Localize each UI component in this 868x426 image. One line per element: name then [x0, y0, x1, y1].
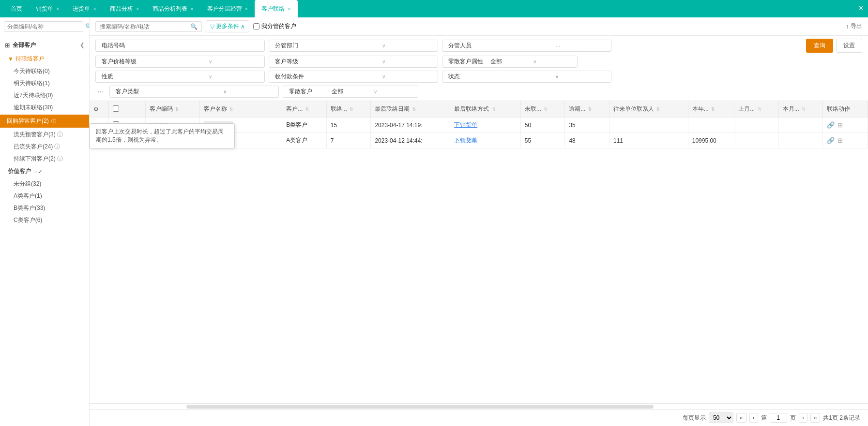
- filter-status[interactable]: 状态 ∨: [442, 71, 611, 83]
- nav-product-list-close[interactable]: ×: [190, 6, 193, 12]
- last-month-sort-icon: ⇅: [758, 107, 761, 112]
- prev-page-btn[interactable]: ‹: [749, 413, 758, 423]
- nav-sales-close[interactable]: ×: [56, 6, 59, 12]
- filter-payment[interactable]: 收付款条件 ∨: [269, 71, 438, 83]
- row1-link-icon[interactable]: 🔗: [827, 121, 835, 129]
- sidebar-section-pending[interactable]: ▼ 待联络客户: [0, 52, 89, 65]
- contacts-sort-icon: ⇅: [656, 107, 660, 112]
- next-page-btn[interactable]: ›: [799, 413, 807, 423]
- sidebar-item-c-class[interactable]: C类客户(6): [0, 214, 89, 226]
- nav-customer-contact[interactable]: 客户联络 ×: [255, 0, 297, 17]
- filter-retail-customer[interactable]: 零散客户 全部 ∨: [283, 86, 418, 98]
- sidebar-item-ungroup[interactable]: 未分组(32): [0, 178, 89, 190]
- edit-icon[interactable]: ○: [33, 168, 37, 175]
- col-last-date[interactable]: 最后联络日期 ⇅: [371, 101, 450, 118]
- filter-customer-type[interactable]: 客户类型 ∨: [109, 86, 279, 98]
- filter-dept[interactable]: 分管部门 ∨: [269, 40, 438, 52]
- sidebar-item-tomorrow[interactable]: 明天待联络(1): [0, 77, 89, 89]
- nav-sales[interactable]: 销货单 ×: [29, 0, 66, 17]
- col-contact[interactable]: 联络... ⇅: [326, 101, 371, 118]
- sidebar-item-anomaly[interactable]: 回购异常客户(2) ⓘ: [0, 115, 89, 128]
- sidebar-item-today[interactable]: 今天待联络(0): [0, 65, 89, 77]
- filter-search-input[interactable]: [100, 23, 190, 30]
- horizontal-scrollbar[interactable]: [90, 403, 868, 409]
- query-button[interactable]: 查询: [806, 39, 833, 53]
- col-contacts[interactable]: 往来单位联系人 ⇅: [609, 101, 688, 118]
- settings-button[interactable]: 设置: [836, 39, 862, 53]
- row2-grid-icon[interactable]: ⊞: [838, 137, 843, 144]
- col-name[interactable]: 客户名称 ⇅: [199, 101, 282, 118]
- col-type[interactable]: 客户... ⇅: [282, 101, 327, 118]
- per-page-select[interactable]: 50 100 200: [709, 412, 733, 423]
- filter-retail-attr[interactable]: 零散客户属性 全部 ∨: [442, 56, 578, 68]
- filter-gender[interactable]: 性质 ∨: [95, 71, 265, 83]
- nav-product-analysis-close[interactable]: ×: [136, 6, 139, 12]
- check-icon[interactable]: ✓: [38, 168, 43, 175]
- sidebar-search-icon[interactable]: 🔍: [85, 23, 90, 30]
- col-this-year[interactable]: 本年... ⇅: [688, 101, 734, 118]
- filter-more-btn[interactable]: ▽ 更多条件 ∧: [206, 20, 249, 32]
- filter-price-grade[interactable]: 客户价格等级 ∨: [95, 56, 265, 68]
- col-overdue[interactable]: 逾期... ⇅: [565, 101, 609, 118]
- retail-attr-chevron: ∨: [533, 59, 573, 64]
- nav-product-list[interactable]: 商品分析列表 ×: [146, 0, 200, 17]
- last-date-sort-icon: ⇅: [412, 107, 416, 112]
- sidebar: 🔍 ⊞ 全部客户 ❮ ▼ 待联络客户 今天待联络(0) 明天待联络(1) 近7天…: [0, 17, 90, 426]
- sidebar-item-a-class[interactable]: A类客户(1): [0, 190, 89, 202]
- sidebar-item-lost[interactable]: 已流失客户(24) ⓘ: [0, 141, 89, 153]
- filter-row-2: 客户价格等级 ∨ 客户等级 ∨ 零散客户属性 全部 ∨: [95, 56, 862, 68]
- page-input[interactable]: [770, 413, 787, 423]
- filter-phone[interactable]: 电话号码: [95, 40, 265, 52]
- filter-person[interactable]: 分管人员 ···: [442, 40, 611, 52]
- row1-grid-icon[interactable]: ⊞: [838, 121, 843, 129]
- row1-contact: 15: [326, 118, 371, 133]
- nav-customer-mgmt[interactable]: 客户分层经营 ×: [200, 0, 255, 17]
- my-customers-wrap[interactable]: 我分管的客户: [253, 22, 296, 30]
- nav-customer-contact-close[interactable]: ×: [288, 6, 290, 12]
- col-unread[interactable]: 未联... ⇅: [520, 101, 565, 118]
- row2-last-method[interactable]: 下销货单: [450, 133, 521, 148]
- row2-link-icon[interactable]: 🔗: [827, 137, 835, 144]
- sidebar-search-input[interactable]: [4, 21, 83, 32]
- filter-level[interactable]: 客户等级 ∨: [269, 56, 438, 68]
- nav-purchase-close[interactable]: ×: [93, 6, 96, 12]
- last-page-btn[interactable]: »: [810, 413, 821, 423]
- sidebar-item-7days[interactable]: 近7天待联络(0): [0, 89, 89, 102]
- col-checkbox[interactable]: [108, 101, 129, 118]
- my-customers-checkbox[interactable]: [253, 23, 259, 29]
- filter-row-4: ··· 客户类型 ∨ 零散客户 全部 ∨: [95, 86, 862, 98]
- col-code[interactable]: 客户编码 ⇅: [146, 101, 199, 118]
- first-page-btn[interactable]: «: [736, 413, 746, 423]
- col-settings-icon[interactable]: ⚙: [93, 106, 99, 113]
- row1-this-year: [688, 118, 734, 133]
- price-grade-chevron: ∨: [209, 59, 260, 64]
- col-settings[interactable]: ⚙: [90, 101, 108, 118]
- scrollbar-thumb[interactable]: [186, 405, 654, 409]
- nav-purchase[interactable]: 进货单 ×: [66, 0, 103, 17]
- type-sort-icon: ⇅: [305, 107, 309, 112]
- pagination-bar: 每页显示 50 100 200 « ‹ 第 页 › » 共1页 2条记录: [90, 409, 868, 426]
- sidebar-item-b-class[interactable]: B类客户(33): [0, 202, 89, 214]
- col-last-month[interactable]: 上月... ⇅: [734, 101, 779, 118]
- export-button[interactable]: ↑ 导出: [846, 22, 862, 30]
- col-last-method[interactable]: 最后联络方式 ⇅: [450, 101, 521, 118]
- tree-root-all-customers[interactable]: ⊞ 全部客户 ❮: [0, 38, 89, 52]
- nav-home[interactable]: 首页: [4, 0, 29, 17]
- sidebar-collapse-btn[interactable]: ❮: [80, 42, 84, 48]
- select-all-checkbox[interactable]: [113, 105, 119, 112]
- nav-product-analysis[interactable]: 商品分析 ×: [103, 0, 146, 17]
- window-close-button[interactable]: ×: [859, 4, 863, 13]
- level-chevron: ∨: [382, 59, 434, 64]
- row2-this-year: 10995.00: [688, 133, 734, 148]
- row2-unread: 55: [520, 133, 565, 148]
- filter-search-icon[interactable]: 🔍: [190, 23, 198, 30]
- col-this-month[interactable]: 本月... ⇅: [778, 101, 823, 118]
- sidebar-item-overdue[interactable]: 逾期未联络(30): [0, 102, 89, 114]
- last-method-sort-icon: ⇅: [492, 107, 496, 112]
- sidebar-item-loss-warning[interactable]: 流失预警客户(3) ⓘ: [0, 129, 89, 141]
- more-dots-btn[interactable]: ···: [95, 88, 106, 96]
- sidebar-item-declining[interactable]: 持续下滑客户(2) ⓘ: [0, 153, 89, 165]
- nav-customer-mgmt-close[interactable]: ×: [245, 6, 248, 12]
- action-btns: 查询 设置: [806, 39, 862, 53]
- row1-last-method[interactable]: 下销货单: [450, 118, 521, 133]
